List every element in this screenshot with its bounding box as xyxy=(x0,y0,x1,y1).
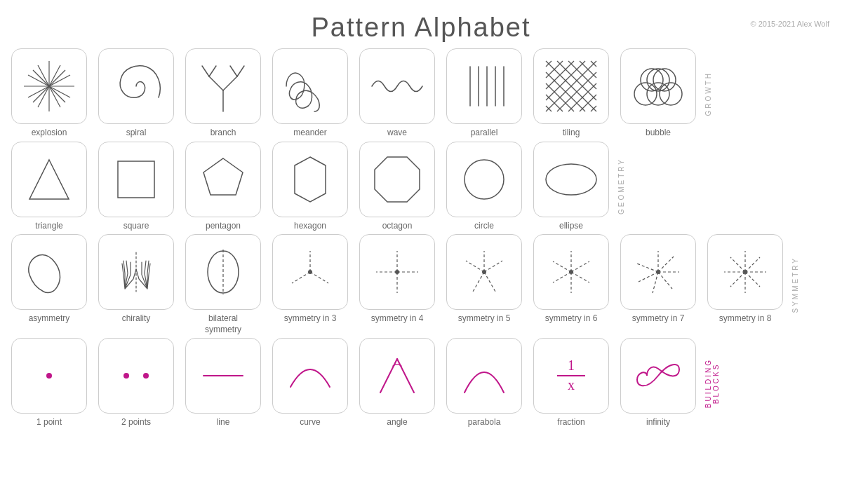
card-bubble xyxy=(620,48,696,124)
svg-line-17 xyxy=(209,76,223,90)
geometry-row: triangle square pentagon hexagon xyxy=(7,142,835,232)
label-asymmetry: asymmetry xyxy=(29,313,70,325)
svg-line-96 xyxy=(730,257,745,272)
svg-line-97 xyxy=(745,272,760,287)
svg-point-47 xyxy=(634,83,657,105)
label-chirality: chirality xyxy=(122,313,151,325)
item-pentagon: pentagon xyxy=(181,142,265,232)
label-onepoint: 1 point xyxy=(36,417,62,428)
item-bilateral: bilateral symmetry xyxy=(181,234,265,335)
label-octagon: octagon xyxy=(382,221,413,232)
svg-line-87 xyxy=(658,272,672,289)
item-bubble: bubble xyxy=(616,48,700,139)
item-triangle: triangle xyxy=(7,142,91,232)
card-pentagon xyxy=(185,142,261,217)
label-spiral: spiral xyxy=(126,128,147,139)
svg-point-76 xyxy=(482,270,486,274)
svg-line-7 xyxy=(33,86,49,102)
card-curve xyxy=(272,338,348,414)
item-onepoint: 1 point xyxy=(7,338,91,428)
item-meander: meander xyxy=(268,48,352,139)
item-sym6: symmetry in 6 xyxy=(529,234,613,325)
card-explosion xyxy=(11,48,87,124)
item-twopoints: 2 points xyxy=(94,338,178,428)
item-sym3: symmetry in 3 xyxy=(268,234,352,325)
growth-label: GROWTH xyxy=(704,71,719,116)
main-grid: explosion spiral xyxy=(0,48,842,428)
item-square: square xyxy=(94,142,178,232)
card-hexagon xyxy=(272,142,348,217)
item-ellipse: ellipse xyxy=(529,142,613,232)
page-title: Pattern Alphabet xyxy=(0,0,842,43)
label-twopoints: 2 points xyxy=(121,417,151,428)
label-sym6: symmetry in 6 xyxy=(545,313,598,325)
svg-line-4 xyxy=(33,70,49,86)
svg-text:x: x xyxy=(568,377,575,393)
svg-point-49 xyxy=(660,83,682,105)
item-spiral: spiral xyxy=(94,48,178,139)
label-bilateral: bilateral symmetry xyxy=(205,313,241,335)
label-square: square xyxy=(123,221,149,232)
label-tiling: tiling xyxy=(563,128,580,139)
svg-line-98 xyxy=(745,257,760,272)
label-sym3: symmetry in 3 xyxy=(284,313,337,325)
svg-point-46 xyxy=(647,69,669,91)
card-onepoint xyxy=(11,338,87,414)
card-square xyxy=(98,142,174,217)
card-sym6 xyxy=(533,234,609,310)
symmetry-label: SYMMETRY xyxy=(791,257,806,313)
label-ellipse: ellipse xyxy=(559,221,583,232)
svg-point-103 xyxy=(143,373,149,379)
label-line: line xyxy=(217,417,230,428)
svg-point-83 xyxy=(569,270,573,274)
item-tiling: tiling xyxy=(529,48,613,139)
svg-line-64 xyxy=(310,272,328,283)
svg-line-105 xyxy=(380,359,397,393)
symmetry-items: asymmetry chirality xyxy=(7,234,787,335)
svg-point-101 xyxy=(46,373,52,379)
svg-line-74 xyxy=(473,272,484,292)
card-circle xyxy=(446,142,522,217)
symmetry-row: asymmetry chirality xyxy=(7,234,835,335)
item-sym8: symmetry in 8 xyxy=(703,234,787,325)
svg-line-90 xyxy=(637,264,658,272)
svg-point-100 xyxy=(743,270,747,274)
card-triangle xyxy=(11,142,87,217)
card-sym3 xyxy=(272,234,348,310)
card-sym8 xyxy=(707,234,783,310)
svg-line-89 xyxy=(639,272,658,282)
svg-line-72 xyxy=(484,261,502,272)
label-fraction: fraction xyxy=(557,417,584,428)
svg-line-22 xyxy=(237,66,244,76)
card-parabola xyxy=(446,338,522,414)
item-explosion: explosion xyxy=(7,48,91,139)
card-line xyxy=(185,338,261,414)
card-bilateral xyxy=(185,234,261,310)
label-hexagon: hexagon xyxy=(294,221,326,232)
item-sym7: symmetry in 7 xyxy=(616,234,700,325)
item-parabola: parabola xyxy=(442,338,526,428)
svg-line-18 xyxy=(223,76,237,90)
label-wave: wave xyxy=(387,128,407,139)
item-sym5: symmetry in 5 xyxy=(442,234,526,325)
svg-line-75 xyxy=(466,261,484,272)
card-branch xyxy=(185,48,261,124)
label-infinity: infinity xyxy=(646,417,670,428)
growth-row: explosion spiral xyxy=(7,48,835,139)
svg-point-70 xyxy=(395,270,399,274)
item-curve: curve xyxy=(268,338,352,428)
svg-point-50 xyxy=(641,69,663,91)
svg-line-19 xyxy=(202,66,209,76)
item-chirality: chirality xyxy=(94,234,178,325)
item-octagon: octagon xyxy=(355,142,439,232)
svg-line-21 xyxy=(230,66,237,76)
svg-point-51 xyxy=(653,69,676,91)
label-triangle: triangle xyxy=(35,221,62,232)
label-explosion: explosion xyxy=(32,128,67,139)
svg-line-6 xyxy=(49,70,65,86)
item-wave: wave xyxy=(355,48,439,139)
item-asymmetry: asymmetry xyxy=(7,234,91,325)
svg-marker-54 xyxy=(203,158,243,195)
card-chirality xyxy=(98,234,174,310)
card-fraction: 1 x xyxy=(533,338,609,414)
